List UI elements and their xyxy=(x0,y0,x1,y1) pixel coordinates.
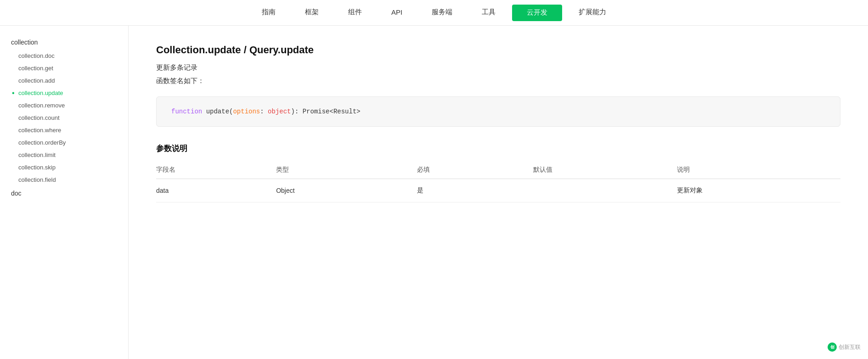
sidebar-item-collection-skip[interactable]: collection.skip xyxy=(0,161,128,174)
cell-type: Object xyxy=(269,179,409,202)
sidebar: collection collection.doc collection.get… xyxy=(0,26,129,359)
page-title: Collection.update / Query.update xyxy=(156,44,840,56)
top-nav: 指南 框架 组件 API 服务端 工具 云开发 扩展能力 xyxy=(0,0,868,26)
nav-item-guide[interactable]: 指南 xyxy=(247,0,290,26)
nav-item-tools[interactable]: 工具 xyxy=(467,0,510,26)
cell-field: data xyxy=(156,179,269,202)
code-type: object xyxy=(268,108,291,115)
watermark: 创 创新互联 xyxy=(828,342,861,352)
nav-item-cloud[interactable]: 云开发 xyxy=(512,5,562,21)
cell-required: 是 xyxy=(410,179,526,202)
layout: collection collection.doc collection.get… xyxy=(0,26,868,359)
params-table: 字段名 类型 必填 默认值 说明 data Object 是 更新对象 xyxy=(156,161,840,202)
subtitle: 更新多条记录 xyxy=(156,63,840,72)
sidebar-item-collection-doc[interactable]: collection.doc xyxy=(0,50,128,62)
sidebar-item-collection-get[interactable]: collection.get xyxy=(0,62,128,74)
col-header-field: 字段名 xyxy=(156,161,269,179)
nav-item-api[interactable]: API xyxy=(377,0,417,26)
code-funcname: update( xyxy=(206,108,233,115)
sidebar-item-collection-limit[interactable]: collection.limit xyxy=(0,149,128,161)
col-header-required: 必填 xyxy=(410,161,526,179)
main-content: Collection.update / Query.update 更新多条记录 … xyxy=(129,26,868,359)
sidebar-section-collection[interactable]: collection xyxy=(0,35,128,50)
code-rest: ): Promise<Result> xyxy=(291,108,360,115)
sidebar-section-doc[interactable]: doc xyxy=(0,186,128,201)
col-header-default: 默认值 xyxy=(526,161,670,179)
cell-desc: 更新对象 xyxy=(670,179,840,202)
col-header-type: 类型 xyxy=(269,161,409,179)
col-header-desc: 说明 xyxy=(670,161,840,179)
code-colon: : xyxy=(260,108,268,115)
code-block: function update(options: object): Promis… xyxy=(156,96,840,127)
table-row: data Object 是 更新对象 xyxy=(156,179,840,202)
nav-item-extend[interactable]: 扩展能力 xyxy=(564,0,621,26)
sidebar-item-collection-count[interactable]: collection.count xyxy=(0,112,128,124)
cell-default xyxy=(526,179,670,202)
nav-item-components[interactable]: 组件 xyxy=(333,0,377,26)
sidebar-item-collection-update[interactable]: collection.update xyxy=(0,87,128,99)
sidebar-item-collection-remove[interactable]: collection.remove xyxy=(0,99,128,112)
sidebar-item-collection-where[interactable]: collection.where xyxy=(0,124,128,136)
nav-item-server[interactable]: 服务端 xyxy=(417,0,467,26)
code-param: options xyxy=(233,108,260,115)
sidebar-item-collection-orderby[interactable]: collection.orderBy xyxy=(0,136,128,149)
description: 函数签名如下： xyxy=(156,77,840,85)
watermark-text: 创新互联 xyxy=(839,343,861,351)
sidebar-item-collection-add[interactable]: collection.add xyxy=(0,74,128,87)
params-section-title: 参数说明 xyxy=(156,143,840,154)
watermark-logo: 创 xyxy=(828,342,837,352)
code-keyword: function xyxy=(171,108,206,115)
sidebar-item-collection-field[interactable]: collection.field xyxy=(0,174,128,186)
nav-item-framework[interactable]: 框架 xyxy=(290,0,333,26)
